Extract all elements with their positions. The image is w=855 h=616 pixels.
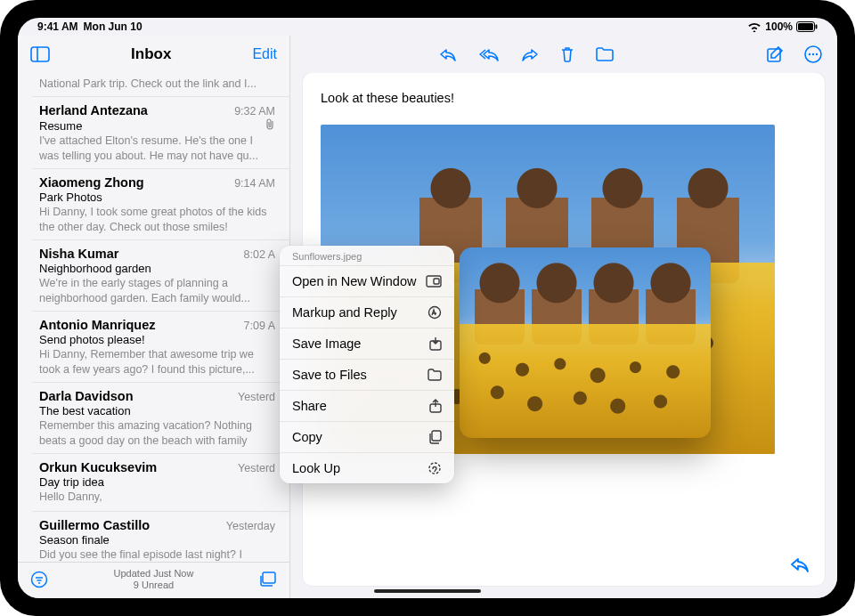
reply-all-icon[interactable] bbox=[477, 45, 501, 63]
reply-icon[interactable] bbox=[438, 45, 458, 63]
message-sender: Herland Antezana bbox=[39, 103, 148, 118]
context-item-label: Copy bbox=[292, 430, 322, 444]
svg-rect-3 bbox=[31, 47, 49, 61]
status-bar: 9:41 AM Mon Jun 10 100% bbox=[18, 18, 837, 36]
status-time: 9:41 AM bbox=[37, 20, 78, 33]
screen: 9:41 AM Mon Jun 10 100% bbox=[18, 18, 837, 598]
message-item[interactable]: Guillermo Castillo Yesterday Season fina… bbox=[32, 511, 289, 562]
status-date: Mon Jun 10 bbox=[84, 20, 142, 33]
edit-button[interactable]: Edit bbox=[252, 46, 277, 62]
message-sender: Xiaomeng Zhong bbox=[39, 175, 144, 190]
message-preview: Remember this amazing vacation? Nothing … bbox=[39, 418, 275, 447]
message-item[interactable]: Nisha Kumar 8:02 A Neighborhood garden W… bbox=[32, 239, 289, 311]
mail-body-text: Look at these beauties! bbox=[321, 91, 807, 105]
filter-icon[interactable] bbox=[30, 571, 48, 588]
mailbox-sidebar: Inbox Edit National Park trip. Check out… bbox=[18, 36, 290, 598]
message-preview: Did you see the final episode last night… bbox=[39, 547, 275, 562]
attachment-preview-thumb[interactable] bbox=[460, 247, 711, 438]
message-subject: Send photos please! bbox=[39, 333, 145, 346]
move-folder-icon[interactable] bbox=[595, 45, 615, 63]
context-menu-item[interactable]: Copy bbox=[280, 421, 454, 452]
message-item[interactable]: Darla Davidson Yesterd The best vacation… bbox=[32, 382, 289, 453]
message-subject: Resume bbox=[39, 119, 82, 133]
context-item-label: Markup and Reply bbox=[292, 305, 397, 320]
message-subject: Park Photos bbox=[39, 190, 102, 204]
context-item-label: Save Image bbox=[292, 336, 361, 351]
battery-icon bbox=[796, 21, 818, 32]
message-time: 7:09 A bbox=[244, 320, 275, 332]
svg-rect-20 bbox=[432, 431, 441, 441]
message-preview: Hi Danny, I took some great photos of th… bbox=[39, 205, 275, 233]
battery-percent: 100% bbox=[765, 20, 793, 33]
message-time: 9:32 AM bbox=[234, 105, 275, 118]
toggle-sidebar-icon[interactable] bbox=[30, 46, 50, 62]
message-time: Yesterd bbox=[238, 391, 275, 403]
context-menu-item[interactable]: Look Up bbox=[280, 452, 454, 483]
message-item[interactable]: Herland Antezana 9:32 AM Resume I've att… bbox=[32, 96, 289, 168]
message-preview: Hello Danny, bbox=[39, 490, 275, 504]
svg-point-5 bbox=[32, 571, 47, 587]
context-item-label: Save to Files bbox=[292, 368, 367, 382]
message-subject: The best vacation bbox=[39, 404, 131, 417]
message-item[interactable]: Orkun Kucuksevim Yesterd Day trip idea H… bbox=[32, 453, 289, 510]
message-preview: We're in the early stages of planning a … bbox=[39, 276, 275, 304]
svg-point-12 bbox=[809, 53, 810, 55]
message-time: 9:14 AM bbox=[234, 177, 275, 190]
svg-rect-9 bbox=[263, 572, 275, 583]
svg-point-14 bbox=[816, 53, 818, 55]
context-menu-item[interactable]: Markup and Reply bbox=[280, 296, 454, 328]
message-preview: Hi Danny, Remember that awesome trip we … bbox=[39, 347, 275, 376]
quick-reply-icon[interactable] bbox=[789, 555, 810, 577]
message-sender: Nisha Kumar bbox=[39, 247, 118, 261]
message-subject: Season finale bbox=[39, 533, 110, 547]
save-image-icon bbox=[429, 336, 442, 351]
message-time: 8:02 A bbox=[244, 248, 275, 261]
attachment-icon bbox=[265, 118, 275, 133]
message-sender: Orkun Kucuksevim bbox=[39, 460, 157, 474]
message-subject: Day trip idea bbox=[39, 475, 104, 489]
context-menu-item[interactable]: Share bbox=[280, 390, 454, 421]
context-menu-item[interactable]: Open in New Window bbox=[280, 265, 454, 296]
message-time: Yesterday bbox=[226, 520, 275, 532]
copy-icon bbox=[428, 430, 442, 444]
lookup-icon bbox=[428, 461, 442, 475]
svg-point-13 bbox=[812, 53, 814, 55]
footer-unread: 9 Unread bbox=[48, 580, 259, 591]
svg-point-21 bbox=[429, 463, 440, 474]
share-icon bbox=[429, 399, 442, 413]
sidebar-toolbar: Inbox Edit bbox=[18, 36, 289, 73]
folder-icon bbox=[428, 369, 442, 381]
context-menu-item[interactable]: Save Image bbox=[280, 328, 454, 359]
svg-rect-2 bbox=[816, 25, 818, 29]
svg-rect-1 bbox=[798, 23, 813, 30]
ipad-device-frame: 9:41 AM Mon Jun 10 100% bbox=[0, 0, 855, 616]
message-item[interactable]: Antonio Manriquez 7:09 A Send photos ple… bbox=[32, 311, 289, 382]
mailbox-title: Inbox bbox=[59, 45, 243, 63]
context-item-label: Look Up bbox=[292, 461, 340, 475]
markup-icon bbox=[428, 305, 442, 320]
new-window-icon bbox=[426, 275, 442, 288]
content-toolbar bbox=[290, 36, 837, 73]
message-subject: Neighborhood garden bbox=[39, 262, 151, 275]
message-sender: Antonio Manriquez bbox=[39, 318, 156, 332]
windows-icon[interactable] bbox=[259, 571, 277, 588]
message-sender: Guillermo Castillo bbox=[39, 518, 150, 532]
prev-message-snippet[interactable]: National Park trip. Check out the link a… bbox=[32, 73, 289, 96]
message-preview: I've attached Elton's resume. He's the o… bbox=[39, 134, 275, 162]
home-indicator[interactable] bbox=[374, 589, 481, 593]
message-item[interactable]: Xiaomeng Zhong 9:14 AM Park Photos Hi Da… bbox=[32, 168, 289, 239]
trash-icon[interactable] bbox=[559, 45, 575, 63]
footer-updated: Updated Just Now bbox=[48, 568, 259, 580]
more-icon[interactable] bbox=[803, 45, 823, 64]
message-time: Yesterd bbox=[238, 462, 275, 474]
svg-rect-16 bbox=[434, 279, 439, 284]
context-menu-title: Sunflowers.jpeg bbox=[280, 246, 454, 265]
forward-icon[interactable] bbox=[520, 45, 540, 63]
wifi-icon bbox=[747, 21, 761, 32]
compose-icon[interactable] bbox=[766, 45, 784, 63]
message-sender: Darla Davidson bbox=[39, 389, 134, 403]
context-menu-item[interactable]: Save to Files bbox=[280, 359, 454, 390]
message-list[interactable]: National Park trip. Check out the link a… bbox=[18, 73, 289, 562]
context-item-label: Share bbox=[292, 399, 327, 413]
sidebar-footer: Updated Just Now 9 Unread bbox=[18, 562, 289, 598]
